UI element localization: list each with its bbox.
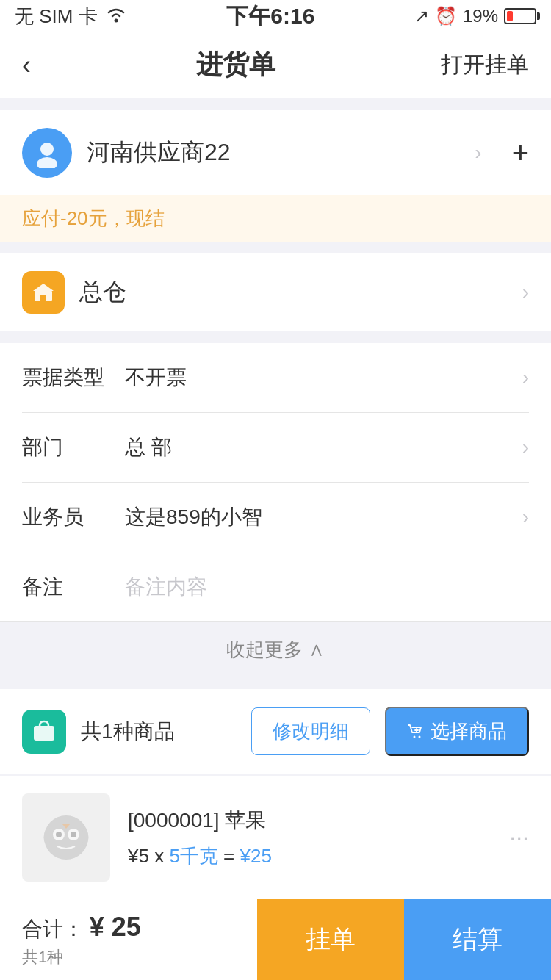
divider	[497, 134, 497, 171]
total-label: 合计：	[22, 918, 84, 940]
salesperson-label: 业务员	[22, 503, 125, 531]
supplier-avatar	[22, 128, 72, 178]
supplier-row[interactable]: 河南供应商22 › +	[0, 110, 551, 195]
salesperson-chevron-icon: ›	[522, 505, 529, 529]
open-hang-button[interactable]: 打开挂单	[441, 50, 529, 80]
remark-label: 备注	[22, 573, 125, 601]
svg-point-2	[37, 157, 57, 168]
cart-icon	[407, 723, 425, 741]
hang-label: 挂单	[306, 923, 356, 956]
department-value: 总 部	[125, 433, 522, 461]
status-left: 无 SIM 卡	[15, 4, 127, 29]
total-amount: ¥ 25	[90, 912, 141, 942]
svg-marker-4	[33, 284, 54, 291]
product-equals: =	[223, 845, 240, 867]
nav-bar: ‹ 进货单 打开挂单	[0, 32, 551, 98]
select-product-label: 选择商品	[431, 718, 507, 744]
wifi-icon	[105, 5, 127, 28]
footer-total: 合计： ¥ 25 共1种	[0, 899, 257, 980]
svg-point-12	[56, 832, 62, 837]
product-code: [0000001]	[128, 809, 220, 832]
svg-rect-6	[34, 726, 54, 741]
product-unit-price: ¥5	[128, 845, 149, 867]
invoice-type-value: 不开票	[125, 364, 522, 392]
invoice-type-row[interactable]: 票据类型 不开票 ›	[0, 343, 551, 412]
warehouse-chevron-icon: ›	[522, 281, 529, 304]
product-quantity: 5千克	[169, 845, 217, 867]
product-name: [0000001] 苹果	[128, 807, 509, 835]
alarm-icon: ⏰	[435, 6, 457, 26]
product-thumbnail	[22, 793, 110, 882]
product-section-icon	[22, 710, 66, 754]
svg-point-1	[40, 143, 54, 156]
separator-2	[0, 242, 551, 253]
svg-point-7	[414, 735, 416, 738]
warehouse-name: 总仓	[79, 276, 522, 309]
product-info: [0000001] 苹果 ¥5 x 5千克 = ¥25	[128, 807, 509, 869]
notice-text: 应付-20元，现结	[22, 207, 165, 229]
collapse-bar[interactable]: 收起更多 ∧	[0, 621, 551, 677]
remark-row[interactable]: 备注 备注内容	[0, 552, 551, 621]
back-button[interactable]: ‹	[22, 50, 31, 81]
footer-total-main: 合计： ¥ 25	[22, 912, 235, 943]
invoice-type-chevron-icon: ›	[522, 366, 529, 389]
remark-placeholder: 备注内容	[125, 573, 529, 601]
product-multiply: x	[154, 845, 169, 867]
svg-point-0	[114, 18, 118, 22]
product-item: [0000001] 苹果 ¥5 x 5千克 = ¥25 ···	[0, 776, 551, 899]
salesperson-row[interactable]: 业务员 这是859的小智 ›	[0, 483, 551, 552]
product-total: ¥25	[240, 845, 272, 867]
svg-point-8	[419, 735, 421, 738]
product-title: 苹果	[225, 809, 266, 832]
notice-bar: 应付-20元，现结	[0, 195, 551, 242]
hang-button[interactable]: 挂单	[257, 899, 404, 980]
page-title: 进货单	[196, 47, 276, 83]
product-price: ¥5 x 5千克 = ¥25	[128, 843, 509, 869]
product-header: 共1种商品 修改明细 选择商品	[0, 689, 551, 774]
svg-point-13	[71, 832, 76, 837]
location-icon: ↗	[414, 6, 429, 26]
add-supplier-button[interactable]: +	[512, 137, 529, 170]
department-label: 部门	[22, 433, 125, 461]
separator-thin-4	[0, 774, 551, 774]
battery-text: 19%	[463, 6, 498, 26]
warehouse-row[interactable]: 总仓 ›	[0, 253, 551, 331]
product-count: 共1种商品	[81, 718, 237, 746]
supplier-name: 河南供应商22	[87, 137, 475, 169]
separator-4	[0, 677, 551, 689]
separator-3	[0, 331, 551, 343]
status-time: 下午6:16	[226, 1, 314, 32]
svg-point-9	[44, 815, 88, 860]
department-chevron-icon: ›	[522, 436, 529, 459]
product-thumb-image	[37, 808, 96, 867]
settle-button[interactable]: 结算	[404, 899, 551, 980]
form-section: 票据类型 不开票 › 部门 总 部 › 业务员 这是859的小智 › 备注 备注…	[0, 343, 551, 621]
edit-detail-button[interactable]: 修改明细	[251, 707, 370, 755]
status-bar: 无 SIM 卡 下午6:16 ↗ ⏰ 19%	[0, 0, 551, 32]
salesperson-value: 这是859的小智	[125, 503, 522, 531]
carrier-text: 无 SIM 卡	[15, 4, 98, 29]
supplier-chevron-icon: ›	[475, 141, 481, 165]
battery-icon	[504, 8, 536, 24]
department-row[interactable]: 部门 总 部 ›	[0, 413, 551, 482]
footer-sub-label: 共1种	[22, 946, 235, 968]
invoice-type-label: 票据类型	[22, 364, 125, 392]
warehouse-icon	[22, 271, 65, 314]
product-more-button[interactable]: ···	[509, 824, 529, 851]
svg-rect-5	[40, 295, 46, 301]
settle-label: 结算	[453, 923, 503, 956]
footer-bar: 合计： ¥ 25 共1种 挂单 结算	[0, 899, 551, 980]
collapse-text: 收起更多 ∧	[226, 638, 324, 660]
separator-1	[0, 98, 551, 110]
select-product-button[interactable]: 选择商品	[385, 707, 529, 756]
status-right: ↗ ⏰ 19%	[414, 6, 536, 26]
